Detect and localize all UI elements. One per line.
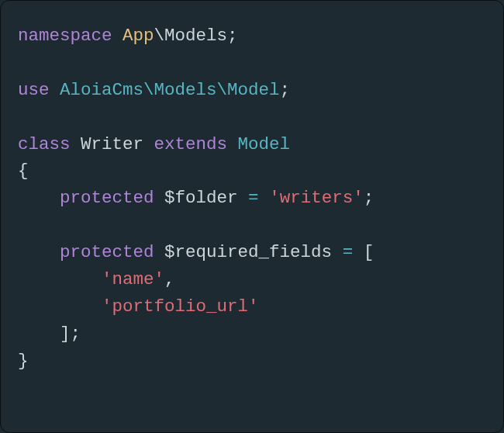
equals: = [248,188,259,208]
code-line: use AloiaCms\Models\Model; [18,80,290,100]
supertype: Model [238,134,291,154]
semicolon: ; [71,324,81,344]
keyword-namespace: namespace [18,26,112,46]
keyword-extends: extends [154,134,228,154]
keyword-use: use [18,80,50,100]
semicolon: ; [364,188,375,208]
namespace-second: Models [164,26,227,46]
semicolon: ; [227,26,238,46]
use-path: AloiaCms\Models\Model [60,80,280,100]
brace-close: } [18,351,29,371]
code-line: { [18,161,29,181]
bracket-open: [ [364,242,375,262]
code-line: class Writer extends Model [18,134,290,154]
namespace-first: App [123,26,154,46]
code-line: protected $required_fields = [ [18,242,374,262]
bracket-close: ] [60,324,71,344]
keyword-protected: protected [60,242,154,262]
code-line: ]; [18,324,81,344]
keyword-class: class [18,134,71,154]
code-line: namespace App\Models; [18,26,238,46]
code-line: 'name', [18,269,175,289]
keyword-protected: protected [60,188,154,208]
comma: , [164,269,175,289]
string-name: 'name' [102,269,164,289]
string-portfolio-url: 'portfolio_url' [102,296,259,317]
equals: = [343,242,354,262]
code-line: 'portfolio_url' [18,296,259,317]
code-block: namespace App\Models; use AloiaCms\Model… [0,0,504,433]
semicolon: ; [280,80,291,100]
code-line: } [18,351,29,371]
namespace-sep: \ [154,26,165,46]
class-name: Writer [81,134,143,154]
brace-open: { [18,161,29,181]
var-required-fields: $required_fields [164,242,332,262]
string-writers: 'writers' [269,188,364,208]
code-line: protected $folder = 'writers'; [18,188,374,208]
var-folder: $folder [164,188,238,208]
